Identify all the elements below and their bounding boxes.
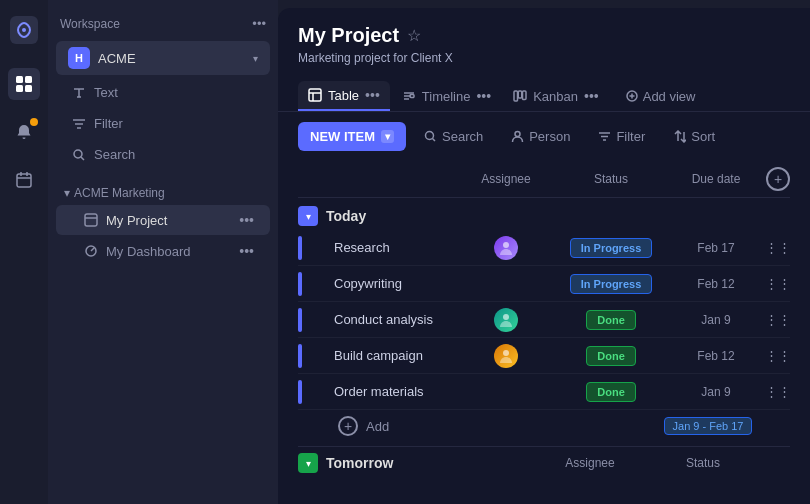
subtitle-client: Client X bbox=[411, 51, 453, 65]
avatar bbox=[494, 308, 518, 332]
svg-point-20 bbox=[503, 350, 509, 356]
task-status: Done bbox=[556, 310, 666, 330]
table-row[interactable]: Research In Progress Feb 17 ⋮⋮ bbox=[298, 230, 790, 266]
sidebar-filter-label: Filter bbox=[94, 116, 123, 131]
task-actions-icon[interactable]: ⋮⋮ bbox=[766, 240, 790, 255]
svg-rect-12 bbox=[514, 91, 518, 101]
table-row[interactable]: Copywriting In Progress Feb 12 ⋮⋮ bbox=[298, 266, 790, 302]
icon-bar bbox=[0, 0, 48, 504]
sidebar-header: Workspace ••• bbox=[48, 12, 278, 39]
nav-icon-calendar[interactable] bbox=[8, 164, 40, 196]
filter-label: Filter bbox=[616, 129, 645, 144]
add-view-tab[interactable]: Add view bbox=[615, 83, 706, 110]
tab-kanban[interactable]: Kanban ••• bbox=[503, 82, 609, 110]
svg-rect-5 bbox=[25, 85, 32, 92]
tomorrow-status-col: Status bbox=[648, 456, 758, 470]
status-badge: In Progress bbox=[570, 274, 653, 294]
tab-table[interactable]: Table ••• bbox=[298, 81, 390, 111]
add-task-icon: + bbox=[338, 416, 358, 436]
col-due-header: Due date bbox=[666, 172, 766, 186]
status-badge: Done bbox=[586, 346, 636, 366]
row-indicator bbox=[298, 344, 302, 368]
person-label: Person bbox=[529, 129, 570, 144]
task-actions-icon[interactable]: ⋮⋮ bbox=[766, 276, 790, 291]
task-actions-icon[interactable]: ⋮⋮ bbox=[766, 384, 790, 399]
sort-button[interactable]: Sort bbox=[663, 123, 725, 150]
filter-icon bbox=[72, 117, 86, 131]
nav-icon-bell[interactable] bbox=[8, 116, 40, 148]
notification-badge bbox=[30, 118, 38, 126]
workspace-chevron-icon: ▾ bbox=[253, 53, 258, 64]
project-title-row: My Project ☆ bbox=[298, 24, 790, 47]
tab-table-more[interactable]: ••• bbox=[365, 87, 380, 103]
table-row[interactable]: Conduct analysis Done Jan 9 ⋮⋮ bbox=[298, 302, 790, 338]
tab-timeline[interactable]: Timeline ••• bbox=[392, 82, 501, 110]
kanban-icon bbox=[513, 89, 527, 103]
task-assignee bbox=[456, 308, 556, 332]
table-header: Assignee Status Due date + bbox=[298, 161, 790, 198]
task-due: Feb 12 bbox=[666, 277, 766, 291]
star-icon[interactable]: ☆ bbox=[407, 26, 421, 45]
project-title: My Project bbox=[298, 24, 399, 47]
tab-kanban-more[interactable]: ••• bbox=[584, 88, 599, 104]
project-icon bbox=[84, 213, 98, 227]
row-indicator bbox=[298, 272, 302, 296]
svg-rect-2 bbox=[16, 76, 23, 83]
add-task-row[interactable]: + Add Jan 9 - Feb 17 bbox=[298, 410, 790, 442]
task-due: Jan 9 bbox=[666, 385, 766, 399]
section-header[interactable]: ▾ ACME Marketing bbox=[48, 182, 278, 204]
tab-kanban-label: Kanban bbox=[533, 89, 578, 104]
my-dashboard-more-icon[interactable]: ••• bbox=[239, 243, 254, 259]
today-group-chevron[interactable]: ▾ bbox=[298, 206, 318, 226]
nav-icon-grid[interactable] bbox=[8, 68, 40, 100]
my-project-more-icon[interactable]: ••• bbox=[239, 212, 254, 228]
filter-button[interactable]: Filter bbox=[588, 123, 655, 150]
add-column-button[interactable]: + bbox=[766, 167, 790, 191]
sidebar-item-search[interactable]: Search bbox=[56, 140, 270, 169]
workspace-more-icon[interactable]: ••• bbox=[252, 16, 266, 31]
sidebar-item-my-project[interactable]: My Project ••• bbox=[56, 205, 270, 235]
svg-point-17 bbox=[515, 132, 520, 137]
workspace-icon: H bbox=[68, 47, 90, 69]
workspace-selector[interactable]: H ACME ▾ bbox=[56, 41, 270, 75]
table-row[interactable]: Build campaign Done Feb 12 ⋮⋮ bbox=[298, 338, 790, 374]
person-button[interactable]: Person bbox=[501, 123, 580, 150]
sidebar-item-filter[interactable]: Filter bbox=[56, 109, 270, 138]
svg-point-7 bbox=[74, 150, 82, 158]
new-item-chevron-icon: ▾ bbox=[381, 130, 394, 143]
table-row[interactable]: Order materials Done Jan 9 ⋮⋮ bbox=[298, 374, 790, 410]
svg-rect-3 bbox=[25, 76, 32, 83]
search-label: Search bbox=[442, 129, 483, 144]
sidebar-item-my-dashboard[interactable]: My Dashboard ••• bbox=[56, 236, 270, 266]
sidebar-search-label: Search bbox=[94, 147, 135, 162]
task-status: In Progress bbox=[556, 274, 666, 294]
task-due: Jan 9 bbox=[666, 313, 766, 327]
table-container: Assignee Status Due date + ▾ Today Resea… bbox=[278, 161, 810, 504]
task-name: Research bbox=[330, 240, 456, 255]
search-icon bbox=[72, 148, 86, 162]
svg-point-18 bbox=[503, 242, 509, 248]
status-badge: Done bbox=[586, 382, 636, 402]
dashboard-icon bbox=[84, 244, 98, 258]
sidebar-item-text[interactable]: Text bbox=[56, 78, 270, 107]
my-project-label: My Project bbox=[106, 213, 231, 228]
search-button[interactable]: Search bbox=[414, 123, 493, 150]
toolbar-filter-icon bbox=[598, 130, 611, 143]
new-item-button[interactable]: NEW ITEM ▾ bbox=[298, 122, 406, 151]
sidebar: Workspace ••• H ACME ▾ Text Filter Sea bbox=[48, 0, 278, 504]
tomorrow-chevron[interactable]: ▾ bbox=[298, 453, 318, 473]
add-view-label: Add view bbox=[643, 89, 696, 104]
main-content: My Project ☆ Marketing project for Clien… bbox=[278, 8, 810, 504]
svg-point-1 bbox=[22, 28, 26, 32]
task-name: Conduct analysis bbox=[330, 312, 456, 327]
task-assignee bbox=[456, 236, 556, 260]
task-assignee bbox=[456, 344, 556, 368]
task-due: Feb 12 bbox=[666, 349, 766, 363]
task-actions-icon[interactable]: ⋮⋮ bbox=[766, 312, 790, 327]
add-task-label: Add bbox=[366, 419, 389, 434]
my-dashboard-label: My Dashboard bbox=[106, 244, 231, 259]
row-indicator bbox=[298, 380, 302, 404]
task-actions-icon[interactable]: ⋮⋮ bbox=[766, 348, 790, 363]
tab-timeline-more[interactable]: ••• bbox=[476, 88, 491, 104]
avatar bbox=[494, 236, 518, 260]
